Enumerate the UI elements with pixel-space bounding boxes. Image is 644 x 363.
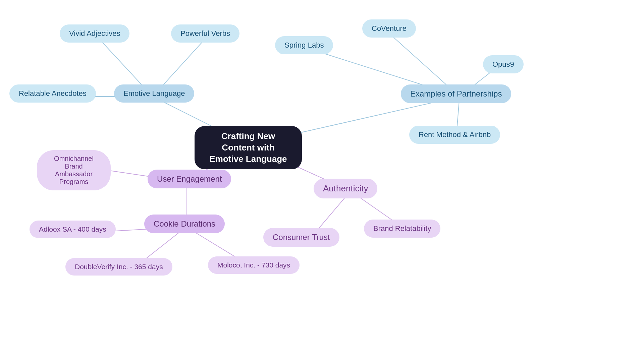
node-consumer-trust[interactable]: Consumer Trust xyxy=(263,228,339,247)
node-spring-labs[interactable]: Spring Labs xyxy=(275,36,333,54)
node-relatable-anecdotes[interactable]: Relatable Anecdotes xyxy=(9,84,96,103)
node-moloco[interactable]: Moloco, Inc. - 730 days xyxy=(208,256,300,274)
node-opus9[interactable]: Opus9 xyxy=(483,55,524,73)
node-powerful-verbs[interactable]: Powerful Verbs xyxy=(171,24,239,43)
node-brand-relatability[interactable]: Brand Relatability xyxy=(364,220,440,238)
node-user-engagement[interactable]: User Engagement xyxy=(148,170,231,188)
node-rent-method[interactable]: Rent Method & Airbnb xyxy=(409,126,500,144)
node-cookie-durations[interactable]: Cookie Durations xyxy=(144,215,225,233)
mind-map: Crafting New Content with Emotive Langua… xyxy=(0,0,644,363)
node-coventure[interactable]: CoVenture xyxy=(362,19,416,38)
node-vivid-adjectives[interactable]: Vivid Adjectives xyxy=(60,24,129,43)
node-authenticity[interactable]: Authenticity xyxy=(314,179,377,198)
node-examples-partnerships[interactable]: Examples of Partnerships xyxy=(401,84,511,103)
center-node[interactable]: Crafting New Content with Emotive Langua… xyxy=(195,126,302,169)
node-adloox[interactable]: Adloox SA - 400 days xyxy=(30,221,116,238)
node-doubleverify[interactable]: DoubleVerify Inc. - 365 days xyxy=(65,258,172,276)
node-omnichannel[interactable]: Omnichannel Brand Ambassador Programs xyxy=(37,150,111,190)
node-emotive-language[interactable]: Emotive Language xyxy=(114,84,194,103)
